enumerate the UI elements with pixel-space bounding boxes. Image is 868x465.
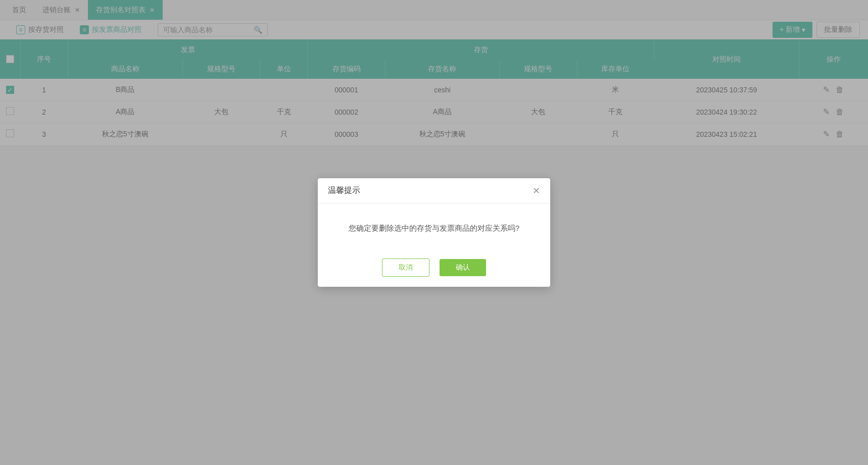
modal-overlay: 温馨提示 ✕ 您确定要删除选中的存货与发票商品的对应关系吗? 取消 确认: [0, 0, 868, 145]
